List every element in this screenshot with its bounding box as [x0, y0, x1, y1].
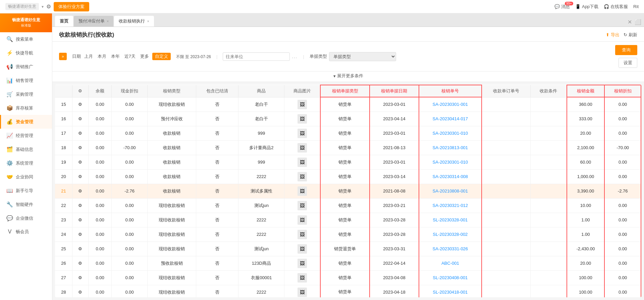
cell-writeoffType-7: 现结收款核销: [148, 198, 196, 213]
cell-gear-7[interactable]: ⚙: [72, 198, 88, 213]
sidebar-icon-1: ⚡: [6, 50, 13, 56]
cell-gear-12[interactable]: ⚙: [72, 270, 88, 285]
cell-productImg-11: 🖼: [284, 256, 321, 270]
cell-billNo-8[interactable]: SL-20230328-001: [419, 213, 482, 227]
sidebar-item-7[interactable]: 📈经营管理: [0, 129, 52, 142]
cell-receiptOrderNo-6: [482, 184, 531, 198]
app-download-button[interactable]: 📱 App下载: [575, 4, 598, 10]
sidebar-item-6[interactable]: 💰资金管理: [0, 115, 52, 129]
sidebar-icon-10: 🤝: [6, 174, 13, 180]
cell-billNo-6[interactable]: SA-20210808-001: [419, 184, 482, 198]
cell-writeoffDiscount-8: 0.00: [604, 213, 641, 227]
cell-gear-0[interactable]: ⚙: [72, 97, 88, 112]
sidebar-item-2[interactable]: 📢营销推广: [0, 60, 52, 74]
expand-more-button[interactable]: ▾ 展开更多条件: [333, 73, 363, 79]
sidebar-item-11[interactable]: 📖新手引导: [0, 184, 52, 198]
sidebar-item-10[interactable]: 🤝企业协同: [0, 170, 52, 184]
date-custom[interactable]: 自定义: [152, 53, 171, 60]
cell-billNo-5[interactable]: SA-20230314-008: [419, 169, 482, 184]
cell-gear-3[interactable]: ⚙: [72, 140, 88, 155]
cell-gear-10[interactable]: ⚙: [72, 242, 88, 256]
cell-gear-5[interactable]: ⚙: [72, 169, 88, 184]
cell-billNo-2[interactable]: SA-20230301-010: [419, 126, 482, 140]
cell-receiptOrderNo-1: [482, 112, 531, 126]
cell-productImg-5: 🖼: [284, 169, 321, 184]
cell-billNo-9[interactable]: SL-20230328-002: [419, 227, 482, 242]
maximize-icon[interactable]: ⬜: [635, 19, 641, 25]
date-last-month[interactable]: 上月: [83, 53, 94, 60]
cell-includedSettled-6: 否: [196, 184, 238, 198]
sidebar-item-1[interactable]: ⚡快捷导航: [0, 46, 52, 60]
refresh-button[interactable]: ↻ 刷新: [624, 32, 637, 38]
cell-billNo-7[interactable]: SA-20230321-012: [419, 198, 482, 213]
cell-gear-8[interactable]: ⚙: [72, 213, 88, 227]
cell-billType-2: 销货单: [320, 126, 370, 140]
tab-writeoff-close[interactable]: ×: [147, 19, 149, 23]
cell-billNo-13[interactable]: SL-20230418-001: [419, 285, 482, 297]
cell-receiptCondition-5: [531, 169, 567, 184]
cell-balance-0: 0.00: [89, 97, 112, 112]
doctype-select[interactable]: 单据类型: [329, 52, 396, 61]
cell-gear-4[interactable]: ⚙: [72, 155, 88, 169]
sidebar-item-0[interactable]: 🔍搜索菜单: [0, 32, 52, 46]
tab-prepay[interactable]: 预付冲应付单 ×: [74, 16, 113, 27]
export-button[interactable]: ⬆ 导出: [606, 32, 620, 38]
tab-prepay-close[interactable]: ×: [107, 19, 109, 23]
message-button[interactable]: 💬 消息 99+: [554, 4, 570, 10]
sidebar-item-4[interactable]: 🛒采购管理: [0, 87, 52, 101]
filter-toggle-button[interactable]: »: [59, 53, 67, 60]
sidebar-label-13: 企业微信: [16, 215, 33, 221]
cell-billDate-9: 2023-03-28: [370, 227, 419, 242]
cell-gear-9[interactable]: ⚙: [72, 227, 88, 242]
sidebar-item-8[interactable]: 🗂️基础信息: [0, 142, 52, 156]
partner-dots[interactable]: ...: [292, 54, 298, 59]
cell-receiptCondition-9: [531, 227, 567, 242]
cell-productImg-8: 🖼: [284, 213, 321, 227]
date-this-month[interactable]: 本月: [96, 53, 108, 60]
cell-receiptOrderNo-2: [482, 126, 531, 140]
sidebar-item-3[interactable]: 📊销售管理: [0, 74, 52, 87]
date-more[interactable]: 更多: [139, 53, 150, 60]
cell-gear-6[interactable]: ⚙: [72, 184, 88, 198]
date-last-7days[interactable]: 近7天: [123, 53, 137, 60]
cell-billNo-12[interactable]: SL-20230408-001: [419, 270, 482, 285]
cell-billNo-4[interactable]: SA-20230301-010: [419, 155, 482, 169]
cell-billType-9: 销货单: [320, 227, 370, 242]
filter-settings-button[interactable]: 设置: [619, 58, 637, 68]
cell-gear-13[interactable]: ⚙: [72, 285, 88, 297]
sidebar-item-13[interactable]: 💬企业微信: [0, 211, 52, 225]
cell-billNo-3[interactable]: SA-20210813-001: [419, 140, 482, 155]
tab-home[interactable]: 首页: [55, 16, 73, 27]
cell-gear-11[interactable]: ⚙: [72, 256, 88, 270]
settings-icon[interactable]: ⚙: [46, 3, 51, 10]
cell-includedSettled-8: 否: [196, 213, 238, 227]
close-window-icon[interactable]: ✕: [628, 19, 632, 25]
th-product: 商品: [238, 85, 284, 97]
sidebar-label-2: 营销推广: [16, 64, 33, 70]
sidebar-label-10: 企业协同: [16, 174, 33, 180]
table-row: 27⚙0.000.00现结收款核销否衣服00001🖼销货单2023-04-08S…: [55, 270, 641, 285]
table-row: 26⚙0.000.00预收款核销否123D商品🖼销货单2022-04-14ABC…: [55, 256, 641, 270]
solution-button[interactable]: 体验行业方案: [54, 2, 89, 11]
table-wrapper: ⚙余额现金折扣核销类型包含已结清商品商品图片核销单据类型核销单据日期核销单号收款…: [55, 85, 641, 297]
sidebar-item-5[interactable]: 📦库存核算: [0, 101, 52, 115]
cell-billNo-1[interactable]: SA-20230414-017: [419, 112, 482, 126]
sidebar-item-14[interactable]: V畅会员: [0, 225, 52, 239]
date-this-year[interactable]: 本年: [110, 53, 121, 60]
partner-input[interactable]: [223, 52, 290, 61]
sidebar-item-9[interactable]: ⚙️系统管理: [0, 156, 52, 170]
cell-writeoffDiscount-2: 0.00: [604, 126, 641, 140]
cell-gear-2[interactable]: ⚙: [72, 126, 88, 140]
online-service-button[interactable]: 🎧 在线客服: [604, 4, 628, 10]
cell-balance-5: 0.00: [89, 169, 112, 184]
tab-bar: 首页 预付冲应付单 × 收款核销执行 × ✕ ⬜: [52, 13, 644, 27]
cell-billNo-0[interactable]: SA-20230301-001: [419, 97, 482, 112]
tab-writeoff-label: 收款核销执行: [119, 18, 145, 24]
cell-billNo-11[interactable]: ABC-001: [419, 256, 482, 270]
sidebar-item-12[interactable]: 🔧智能硬件: [0, 198, 52, 211]
query-button[interactable]: 查询: [615, 45, 637, 55]
tab-writeoff[interactable]: 收款核销执行 ×: [114, 16, 154, 27]
cell-billNo-10[interactable]: SA-20230331-026: [419, 242, 482, 256]
cell-billType-8: 销货单: [320, 213, 370, 227]
cell-gear-1[interactable]: ⚙: [72, 112, 88, 126]
